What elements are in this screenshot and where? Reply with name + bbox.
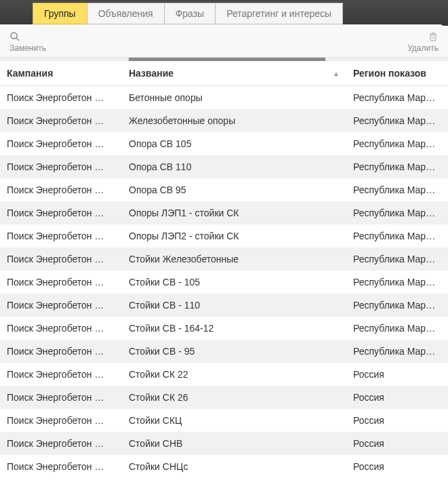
cell-region: Республика Мар… (346, 178, 448, 201)
svg-line-1 (16, 38, 19, 41)
column-header-campaign[interactable]: Кампания (0, 61, 122, 86)
tab-phrases[interactable]: Фразы (164, 3, 216, 24)
cell-region: Республика Мар… (346, 271, 448, 294)
column-header-region[interactable]: Регион показов (346, 61, 448, 86)
tabs-bar: Группы Объявления Фразы Ретаргетинг и ин… (0, 0, 448, 24)
cell-name: Стойки СВ - 110 (122, 294, 346, 317)
table-row[interactable]: Поиск Энергобетон …Стойки СНВРоссия (0, 432, 448, 455)
cell-region: Республика Мар… (346, 248, 448, 271)
cell-name: Железобетонные опоры (122, 109, 346, 132)
table-row[interactable]: Поиск Энергобетон …Бетонные опорыРеспубл… (0, 86, 448, 110)
table-row[interactable]: Поиск Энергобетон …Стойки СК 26Россия (0, 386, 448, 409)
cell-region: Республика Мар… (346, 86, 448, 110)
table-body: Поиск Энергобетон …Бетонные опорыРеспубл… (0, 86, 448, 479)
cell-name: Стойки Железобетонные (122, 248, 346, 271)
cell-region: Республика Мар… (346, 132, 448, 155)
cell-name: Опоры ЛЭП2 - стойки СК (122, 224, 346, 248)
table-row[interactable]: Поиск Энергобетон …Стойки Железобетонные… (0, 248, 448, 271)
svg-rect-2 (430, 35, 436, 41)
cell-name: Стойки СВ - 95 (122, 340, 346, 363)
svg-point-0 (11, 33, 17, 39)
cell-campaign: Поиск Энергобетон … (0, 109, 122, 132)
cell-region: Россия (346, 363, 448, 386)
delete-label: Удалить (407, 43, 439, 53)
table-row[interactable]: Поиск Энергобетон …Стойки СВ - 95Республ… (0, 340, 448, 363)
cell-campaign: Поиск Энергобетон … (0, 155, 122, 178)
cell-region: Республика Мар… (346, 224, 448, 248)
table-row[interactable]: Поиск Энергобетон …Стойки СК 22Россия (0, 363, 448, 386)
column-header-name-label: Название (129, 68, 174, 79)
cell-name: Опора СВ 95 (122, 178, 346, 201)
search-replace-label: Заменить (9, 43, 46, 53)
cell-name: Стойки СНВ (122, 432, 346, 455)
data-table: Кампания Название ▲ Регион показов Поиск… (0, 61, 448, 478)
table-row[interactable]: Поиск Энергобетон …Стойки СКЦРоссия (0, 409, 448, 432)
cell-campaign: Поиск Энергобетон … (0, 363, 122, 386)
cell-campaign: Поиск Энергобетон … (0, 386, 122, 409)
cell-campaign: Поиск Энергобетон … (0, 317, 122, 340)
cell-campaign: Поиск Энергобетон … (0, 294, 122, 317)
cell-name: Стойки СНЦс (122, 455, 346, 478)
tab-retargeting[interactable]: Ретаргетинг и интересы (215, 3, 343, 24)
table-row[interactable]: Поиск Энергобетон …Опора СВ 95Республика… (0, 178, 448, 201)
search-icon (9, 31, 20, 42)
cell-region: Республика Мар… (346, 317, 448, 340)
cell-name: Стойки СВ - 105 (122, 271, 346, 294)
cell-campaign: Поиск Энергобетон … (0, 340, 122, 363)
table-row[interactable]: Поиск Энергобетон …Стойки СНЦсРоссия (0, 455, 448, 478)
table-row[interactable]: Поиск Энергобетон …Опоры ЛЭП1 - стойки С… (0, 201, 448, 224)
table-row[interactable]: Поиск Энергобетон …Стойки СВ - 105Респуб… (0, 271, 448, 294)
cell-name: Стойки СКЦ (122, 409, 346, 432)
cell-campaign: Поиск Энергобетон … (0, 248, 122, 271)
cell-campaign: Поиск Энергобетон … (0, 455, 122, 478)
table-row[interactable]: Поиск Энергобетон …Опора СВ 105Республик… (0, 132, 448, 155)
cell-region: Россия (346, 386, 448, 409)
sort-asc-icon: ▲ (333, 70, 340, 77)
cell-region: Россия (346, 455, 448, 478)
cell-region: Россия (346, 409, 448, 432)
table-header-row: Кампания Название ▲ Регион показов (0, 61, 448, 86)
table-row[interactable]: Поиск Энергобетон …Стойки СВ - 164-12Рес… (0, 317, 448, 340)
search-replace-button[interactable]: Заменить (9, 31, 46, 53)
cell-campaign: Поиск Энергобетон … (0, 178, 122, 201)
cell-region: Республика Мар… (346, 201, 448, 224)
cell-name: Бетонные опоры (122, 86, 346, 110)
cell-name: Стойки СК 26 (122, 386, 346, 409)
cell-region: Республика Мар… (346, 155, 448, 178)
cell-name: Стойки СК 22 (122, 363, 346, 386)
cell-campaign: Поиск Энергобетон … (0, 271, 122, 294)
tab-ads[interactable]: Объявления (87, 3, 165, 24)
cell-region: Республика Мар… (346, 109, 448, 132)
trash-icon (428, 31, 439, 42)
overhang-decor (440, 19, 448, 26)
table-row[interactable]: Поиск Энергобетон …Опоры ЛЭП2 - стойки С… (0, 224, 448, 248)
cell-campaign: Поиск Энергобетон … (0, 132, 122, 155)
cell-name: Опоры ЛЭП1 - стойки СК (122, 201, 346, 224)
tabs-container: Группы Объявления Фразы Ретаргетинг и ин… (33, 3, 448, 24)
column-header-name[interactable]: Название ▲ (122, 61, 346, 86)
cell-campaign: Поиск Энергобетон … (0, 201, 122, 224)
delete-button[interactable]: Удалить (407, 31, 439, 53)
cell-region: Республика Мар… (346, 340, 448, 363)
cell-name: Опора СВ 105 (122, 132, 346, 155)
table-row[interactable]: Поиск Энергобетон …Опора СВ 110Республик… (0, 155, 448, 178)
tab-groups[interactable]: Группы (33, 3, 87, 24)
cell-campaign: Поиск Энергобетон … (0, 224, 122, 248)
toolbar: Заменить Удалить (0, 24, 448, 58)
table-row[interactable]: Поиск Энергобетон …Железобетонные опорыР… (0, 109, 448, 132)
table-row[interactable]: Поиск Энергобетон …Стойки СВ - 110Респуб… (0, 294, 448, 317)
cell-region: Россия (346, 432, 448, 455)
cell-campaign: Поиск Энергобетон … (0, 432, 122, 455)
cell-name: Стойки СВ - 164-12 (122, 317, 346, 340)
cell-region: Республика Мар… (346, 294, 448, 317)
cell-campaign: Поиск Энергобетон … (0, 409, 122, 432)
cell-campaign: Поиск Энергобетон … (0, 86, 122, 110)
cell-name: Опора СВ 110 (122, 155, 346, 178)
